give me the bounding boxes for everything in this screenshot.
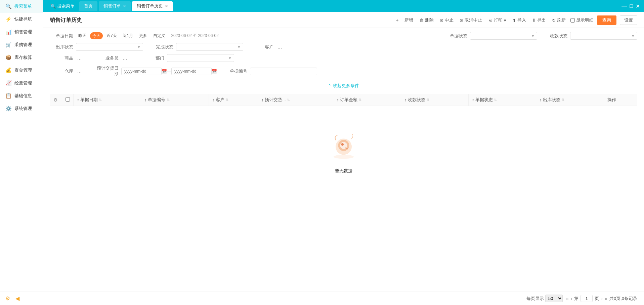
last-page-btn[interactable]: » bbox=[605, 296, 607, 301]
cancel-stop-button[interactable]: ⊘ 取消中止 bbox=[458, 16, 483, 24]
collapse-up-icon: ⌃ bbox=[328, 83, 332, 88]
sidebar-search-label: 搜索菜单 bbox=[14, 3, 32, 9]
prev-page-btn[interactable]: ‹ bbox=[571, 296, 572, 301]
tab-sales-order-history-close[interactable]: ✕ bbox=[165, 4, 168, 8]
new-button[interactable]: ＋ + 新增 bbox=[394, 16, 415, 24]
empty-icon bbox=[329, 133, 359, 163]
first-page-btn[interactable]: « bbox=[566, 296, 569, 301]
col-outbound-status[interactable]: ↕ 出库状态 bbox=[536, 94, 604, 106]
window-close-icon[interactable]: ✕ bbox=[636, 3, 640, 9]
tab-sales-order[interactable]: 销售订单 ✕ bbox=[99, 1, 131, 11]
bill-number-input[interactable] bbox=[250, 68, 317, 75]
complete-status-select[interactable]: ▾ bbox=[176, 43, 243, 51]
sidebar-item-finance[interactable]: 💰 资金管理 bbox=[0, 64, 43, 77]
tab-home[interactable]: 首页 bbox=[79, 1, 97, 11]
col-receipt-status[interactable]: ↕ 收款状态 bbox=[401, 94, 468, 106]
window-minimize-icon[interactable]: — bbox=[621, 3, 627, 9]
sidebar-item-inventory[interactable]: 📦 库存核算 bbox=[0, 51, 43, 64]
date-btn-today[interactable]: 今天 bbox=[90, 32, 103, 39]
delivery-to-input[interactable] bbox=[171, 68, 212, 75]
sidebar-collapse-icon[interactable]: ◀ bbox=[15, 295, 19, 302]
col-number[interactable]: ↕ 单据编号 bbox=[141, 94, 209, 106]
table-area: ⚙ ↕ 单据日期 ↕ 单据编号 ↕ 客户 ↕ 预计交货... ↕ 订单金额 ↕ … bbox=[43, 91, 644, 292]
receipt-status-select[interactable]: ▾ bbox=[570, 32, 637, 40]
sidebar-settings-icon[interactable]: ⚙ bbox=[5, 295, 10, 302]
warehouse-dots-btn[interactable]: ... bbox=[77, 68, 82, 74]
outbound-status-select[interactable]: ▾ bbox=[76, 43, 143, 51]
window-maximize-icon[interactable]: □ bbox=[630, 3, 633, 9]
goods-label: 商品 bbox=[50, 55, 73, 61]
col-operations: 操作 bbox=[604, 94, 637, 106]
col-date[interactable]: ↕ 单据日期 bbox=[74, 94, 141, 106]
settings-button[interactable]: 设置 bbox=[620, 15, 637, 25]
collapse-label: 收起更多条件 bbox=[333, 83, 359, 89]
customer-dots-btn[interactable]: ... bbox=[277, 44, 282, 50]
col-delivery[interactable]: ↕ 预计交货... bbox=[258, 94, 333, 106]
new-icon: ＋ bbox=[395, 17, 399, 23]
tab-sales-order-history-label: 销售订单历史 bbox=[137, 3, 163, 9]
sidebar-item-basicinfo[interactable]: 📋 基础信息 bbox=[0, 89, 43, 102]
collapse-button[interactable]: ⌃ 收起更多条件 bbox=[50, 81, 637, 91]
query-button[interactable]: 查询 bbox=[597, 15, 616, 25]
topbar-right: — □ ✕ bbox=[621, 3, 640, 9]
stop-button[interactable]: ⊘ 中止 bbox=[438, 16, 455, 24]
tab-sales-order-history[interactable]: 销售订单历史 ✕ bbox=[132, 1, 173, 11]
sales-rep-dots-btn[interactable]: ... bbox=[123, 55, 127, 61]
per-page-control: 每页显示 50 100 200 bbox=[526, 295, 563, 302]
sidebar-item-system[interactable]: ⚙️ 系统管理 bbox=[0, 102, 43, 115]
sidebar-item-quicknav[interactable]: ⚡ 快捷导航 bbox=[0, 13, 43, 26]
refresh-button[interactable]: ↻ 刷新 bbox=[551, 16, 567, 24]
col-amount[interactable]: ↕ 订单金额 bbox=[333, 94, 401, 106]
print-button[interactable]: 🖨 打印 ▾ bbox=[487, 16, 508, 24]
import-button[interactable]: ⬆ 导入 bbox=[511, 16, 527, 24]
search-menu-icon: 🔍 bbox=[5, 3, 12, 9]
per-page-select[interactable]: 50 100 200 bbox=[545, 295, 563, 302]
refresh-icon: ↻ bbox=[552, 18, 556, 23]
table-select-all[interactable] bbox=[66, 97, 70, 102]
date-btn-7days[interactable]: 近7天 bbox=[104, 32, 119, 39]
bill-number-label: 单据编号 bbox=[224, 68, 247, 74]
delivery-to-calendar-icon[interactable]: 📅 bbox=[212, 69, 217, 74]
receipt-status-label: 收款状态 bbox=[544, 33, 567, 39]
delete-button[interactable]: 🗑 删除 bbox=[418, 16, 435, 24]
toolbar: ＋ + 新增 🗑 删除 ⊘ 中止 ⊘ 取消中止 🖨 打印 bbox=[394, 15, 637, 25]
col-bill-status[interactable]: ↕ 单据状态 bbox=[468, 94, 536, 106]
date-btn-1month[interactable]: 近1月 bbox=[121, 32, 136, 39]
sidebar-item-search[interactable]: 🔍 搜索菜单 bbox=[0, 0, 43, 13]
tab-sales-order-close[interactable]: ✕ bbox=[123, 4, 126, 8]
tab-home-label: 首页 bbox=[84, 3, 93, 9]
topbar-search[interactable]: 🔍 搜索菜单 bbox=[47, 3, 78, 9]
warehouse-label: 仓库 bbox=[50, 68, 73, 74]
bill-status-select[interactable]: ▾ bbox=[470, 32, 537, 40]
delivery-from-calendar-icon[interactable]: 📅 bbox=[162, 69, 167, 74]
delivery-from-input[interactable] bbox=[121, 68, 162, 75]
sidebar: 🔍 搜索菜单 ⚡ 快捷导航 📊 销售管理 🛒 采购管理 📦 库存核算 💰 资金管… bbox=[0, 0, 43, 305]
export-icon: ⬇ bbox=[532, 18, 536, 23]
date-btn-yesterday[interactable]: 昨天 bbox=[76, 32, 89, 39]
display-detail-checkbox[interactable] bbox=[570, 18, 575, 23]
date-filter-control: 昨天 今天 近7天 近1月 更多 自定义 2023-06-02 至 2023-0… bbox=[76, 32, 444, 39]
import-icon: ⬆ bbox=[512, 18, 516, 23]
date-btn-custom[interactable]: 自定义 bbox=[151, 32, 168, 39]
sidebar-item-operations[interactable]: 📈 经营管理 bbox=[0, 77, 43, 89]
display-detail-toggle[interactable]: 显示明细 bbox=[570, 17, 594, 23]
next-page-btn[interactable]: › bbox=[601, 296, 603, 301]
topbar-search-icon: 🔍 bbox=[50, 4, 56, 9]
sidebar-system-label: 系统管理 bbox=[14, 106, 32, 112]
page-number-input[interactable] bbox=[581, 295, 593, 302]
topbar-search-label: 搜索菜单 bbox=[57, 3, 75, 9]
date-btn-more[interactable]: 更多 bbox=[137, 32, 149, 39]
svg-point-0 bbox=[334, 155, 354, 159]
complete-arrow: ▾ bbox=[238, 44, 240, 49]
col-customer[interactable]: ↕ 客户 bbox=[209, 94, 258, 106]
display-detail-label: 显示明细 bbox=[576, 17, 594, 23]
export-button[interactable]: ⬇ 导出 bbox=[531, 16, 547, 24]
goods-dots-btn[interactable]: ... bbox=[77, 55, 82, 61]
department-select[interactable]: ▾ bbox=[167, 54, 234, 62]
print-label: 打印 bbox=[494, 17, 503, 23]
bill-status-label: 单据状态 bbox=[444, 33, 467, 39]
inventory-icon: 📦 bbox=[5, 54, 12, 61]
table-settings-icon[interactable]: ⚙ bbox=[53, 97, 58, 103]
sidebar-item-purchase[interactable]: 🛒 采购管理 bbox=[0, 38, 43, 51]
sidebar-item-sales[interactable]: 📊 销售管理 bbox=[0, 26, 43, 38]
